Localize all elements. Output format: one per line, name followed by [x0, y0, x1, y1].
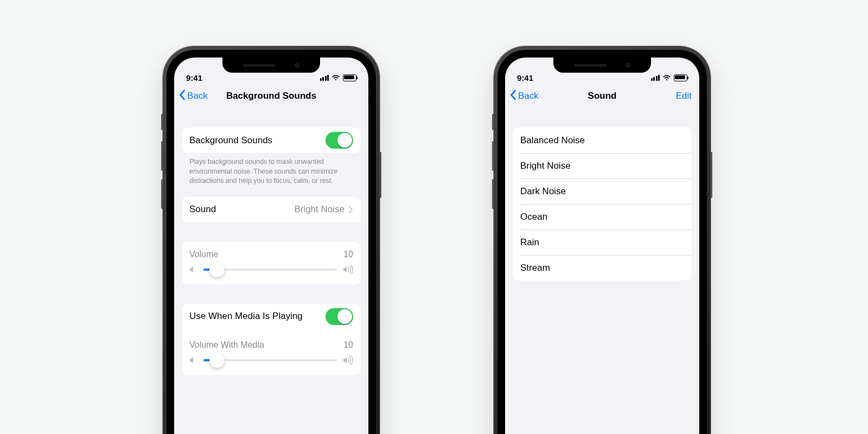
volume-with-media-value: 10 [343, 340, 353, 350]
sound-option-label: Rain [520, 237, 539, 248]
back-label: Back [518, 91, 539, 101]
sound-option[interactable]: Dark Noise [513, 178, 692, 204]
use-when-media-row: Use When Media Is Playing [182, 304, 361, 329]
chevron-left-icon [509, 90, 516, 103]
sound-card: Sound Bright Noise [182, 197, 361, 222]
wifi-icon [662, 73, 671, 82]
sound-option-label: Balanced Noise [520, 135, 585, 146]
sound-option-label: Stream [520, 263, 550, 273]
speaker-quiet-icon [188, 265, 198, 275]
sound-row[interactable]: Sound Bright Noise [182, 197, 361, 222]
cellular-bars-icon [651, 75, 660, 81]
sound-option-label: Bright Noise [520, 161, 571, 171]
speaker-loud-icon [342, 265, 354, 275]
wifi-icon [331, 73, 340, 82]
phone-left: 9:41 Back Background Sounds [163, 46, 380, 434]
cellular-bars-icon [320, 75, 329, 81]
background-sounds-footer: Plays background sounds to mask unwanted… [182, 153, 361, 186]
volume-label: Volume [189, 250, 218, 259]
volume-media-slider[interactable] [203, 359, 337, 361]
use-when-media-label: Use When Media Is Playing [189, 311, 303, 322]
background-sounds-label: Background Sounds [189, 135, 272, 146]
device-notch [553, 58, 651, 73]
sound-options-list: Balanced NoiseBright NoiseDark NoiseOcea… [513, 127, 692, 280]
volume-slider[interactable] [203, 269, 337, 271]
speaker-loud-icon [342, 355, 354, 365]
battery-icon [674, 74, 687, 81]
phone-right: 9:41 Back Sound Edit [494, 46, 711, 434]
page-title: Background Sounds [226, 91, 316, 101]
status-time: 9:41 [517, 73, 533, 82]
sound-option[interactable]: Bright Noise [513, 153, 692, 178]
chevron-right-icon [349, 206, 353, 213]
background-sounds-card: Background Sounds [182, 127, 361, 153]
device-notch [222, 58, 320, 73]
sound-option[interactable]: Balanced Noise [513, 127, 692, 153]
nav-bar: Back Sound Edit [505, 85, 699, 108]
volume-slider-thumb[interactable] [209, 262, 225, 277]
screen-left: 9:41 Back Background Sounds [174, 58, 368, 434]
volume-value: 10 [343, 250, 353, 259]
back-label: Back [187, 91, 208, 101]
background-sounds-toggle[interactable] [326, 132, 353, 149]
use-when-media-toggle[interactable] [326, 308, 353, 325]
background-sounds-row: Background Sounds [182, 127, 361, 153]
speaker-quiet-icon [188, 355, 198, 365]
sound-label: Sound [189, 204, 216, 215]
sound-option-label: Dark Noise [520, 186, 566, 197]
screen-right: 9:41 Back Sound Edit [505, 58, 699, 434]
volume-with-media-label: Volume With Media [189, 340, 264, 350]
sound-option[interactable]: Rain [513, 229, 692, 255]
battery-icon [343, 74, 356, 81]
sound-value: Bright Noise [294, 204, 344, 215]
volume-card: Volume 10 [182, 242, 361, 284]
sound-option[interactable]: Stream [513, 255, 692, 280]
media-card: Use When Media Is Playing Volume With Me… [182, 304, 361, 375]
chevron-left-icon [178, 90, 186, 103]
volume-media-slider-thumb[interactable] [209, 353, 225, 368]
nav-bar: Back Background Sounds [174, 85, 368, 108]
edit-button[interactable]: Edit [676, 91, 692, 101]
back-button[interactable]: Back [509, 90, 539, 103]
page-title: Sound [588, 91, 617, 101]
status-time: 9:41 [186, 73, 202, 82]
back-button[interactable]: Back [178, 90, 208, 103]
sound-option-label: Ocean [520, 212, 547, 222]
sound-option[interactable]: Ocean [513, 204, 692, 229]
